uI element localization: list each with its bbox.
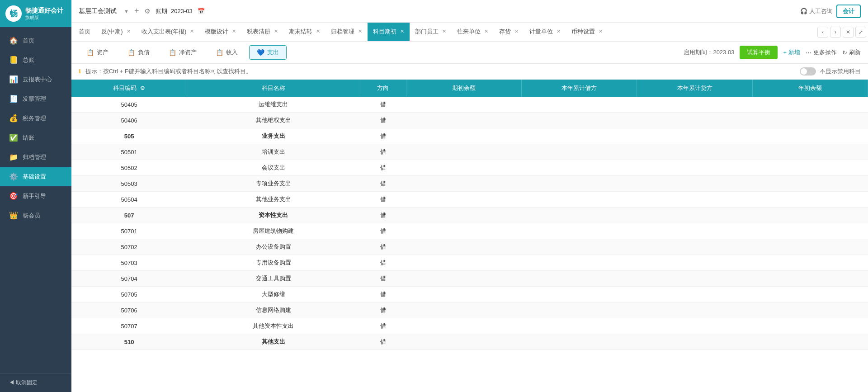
tab-dept-staff[interactable]: 部门员工 ✕ [410, 23, 452, 41]
sidebar-item-home[interactable]: 🏠 首页 [0, 31, 71, 50]
table-row[interactable]: 505 业务支出 借 [71, 128, 868, 144]
sidebar-collapse-btn[interactable]: ◀ 取消固定 [0, 373, 71, 392]
cell-code: 50701 [71, 223, 187, 239]
refresh-btn[interactable]: ↻ 刷新 [842, 48, 861, 57]
settings-btn[interactable]: ⚙ [144, 7, 150, 15]
cell-balance [406, 192, 521, 208]
tab-annual-report[interactable]: 收入支出表(年报) ✕ [136, 23, 200, 41]
calendar-icon[interactable]: 📅 [198, 8, 205, 14]
tab-close-icon[interactable]: ✕ [127, 28, 131, 34]
sidebar-item-archive[interactable]: 📁 归档管理 [0, 147, 71, 167]
sidebar-item-reports[interactable]: 📊 云报表中心 [0, 70, 71, 89]
table-row[interactable]: 510 其他支出 借 [71, 334, 868, 350]
table-row[interactable]: 507 资本性支出 借 [71, 208, 868, 223]
tab-close-icon[interactable]: ✕ [190, 28, 194, 34]
cell-ytd-credit [637, 302, 752, 318]
cell-code: 50503 [71, 176, 187, 192]
account-period-label: 账期 2023-03 📅 [156, 7, 205, 15]
tab-label: 收入支出表(年报) [142, 28, 187, 36]
tab-mid-period[interactable]: 反(中期) ✕ [96, 23, 136, 41]
sub-tab-expense[interactable]: 💙 支出 [249, 45, 287, 60]
tab-close-icon[interactable]: ✕ [442, 28, 446, 34]
cell-code: 50405 [71, 97, 187, 113]
tab-period-end[interactable]: 期末结转 ✕ [283, 23, 326, 41]
kuaiji-btn[interactable]: 会计 [836, 5, 861, 18]
sidebar-item-settings[interactable]: ⚙️ 基础设置 [0, 167, 71, 186]
sidebar-item-guide[interactable]: 🎯 新手引导 [0, 186, 71, 206]
workspace-dropdown-icon[interactable]: ▼ [124, 9, 129, 14]
table-row[interactable]: 50704 交通工具购置 借 [71, 271, 868, 287]
tab-tax-table[interactable]: 税表清册 ✕ [241, 23, 283, 41]
table-row[interactable]: 50707 其他资本性支出 借 [71, 318, 868, 334]
col-header-name: 科目名称 [187, 80, 360, 97]
cell-year-balance [752, 208, 868, 223]
more-actions-btn[interactable]: ⋯ 更多操作 [806, 48, 837, 57]
tab-close-icon[interactable]: ✕ [484, 28, 488, 34]
sidebar-item-invoice[interactable]: 🧾 发票管理 [0, 89, 71, 109]
table-row[interactable]: 50703 专用设备购置 借 [71, 255, 868, 271]
table-row[interactable]: 50503 专项业务支出 借 [71, 176, 868, 192]
tab-next-btn[interactable]: › [830, 27, 841, 38]
sidebar-item-ledger[interactable]: 📒 总账 [0, 50, 71, 70]
sub-tab-liability[interactable]: 📋 负债 [120, 45, 157, 60]
table-row[interactable]: 50705 大型修缮 借 [71, 287, 868, 302]
cell-ytd-debit [522, 287, 637, 302]
tab-archive[interactable]: 归档管理 ✕ [326, 23, 368, 41]
tab-close-icon[interactable]: ✕ [274, 28, 278, 34]
tab-label: 往来单位 [457, 28, 481, 36]
tab-close-icon[interactable]: ✕ [400, 28, 404, 34]
logo-icon: 畅 [5, 5, 22, 22]
sub-tab-asset[interactable]: 📋 资产 [79, 45, 116, 60]
table-row[interactable]: 50405 运维维支出 借 [71, 97, 868, 113]
add-btn[interactable]: + 新增 [783, 48, 800, 57]
cell-ytd-credit [637, 334, 752, 350]
tab-measure-unit[interactable]: 计量单位 ✕ [524, 23, 566, 41]
tab-close-icon[interactable]: ✕ [599, 28, 603, 34]
sidebar-item-tax[interactable]: 💰 税务管理 [0, 109, 71, 128]
col-settings-icon[interactable]: ⚙ [140, 85, 145, 91]
table-row[interactable]: 50406 其他维权支出 借 [71, 113, 868, 128]
toggle-disabled-switch[interactable] [800, 67, 816, 76]
tab-close-all-btn[interactable]: ✕ [843, 27, 854, 38]
tab-subject-initial[interactable]: 科目期初 ✕ [368, 23, 410, 41]
calc-balance-btn[interactable]: 试算平衡 [740, 46, 778, 59]
sidebar-item-settlement[interactable]: ✅ 结账 [0, 128, 71, 147]
tab-prev-btn[interactable]: ‹ [817, 27, 828, 38]
customer-service-btn[interactable]: 🎧 人工咨询 [800, 7, 833, 15]
tab-related-units[interactable]: 往来单位 ✕ [452, 23, 494, 41]
net-asset-icon: 📋 [169, 49, 176, 56]
cell-name: 培训支出 [187, 144, 360, 160]
sub-tab-income[interactable]: 📋 收入 [208, 45, 245, 60]
tab-home[interactable]: 首页 [73, 23, 96, 41]
cell-year-balance [752, 160, 868, 176]
cell-balance [406, 223, 521, 239]
cell-code: 50706 [71, 302, 187, 318]
tab-close-icon[interactable]: ✕ [557, 28, 561, 34]
table-row[interactable]: 50504 其他业务支出 借 [71, 192, 868, 208]
table-row[interactable]: 50501 培训支出 借 [71, 144, 868, 160]
add-workspace-btn[interactable]: + [134, 6, 139, 16]
tab-template[interactable]: 模版设计 ✕ [199, 23, 241, 41]
cell-ytd-credit [637, 318, 752, 334]
tab-close-icon[interactable]: ✕ [232, 28, 236, 34]
home-icon: 🏠 [9, 36, 18, 45]
tab-currency[interactable]: 币种设置 ✕ [566, 23, 608, 41]
tab-close-icon[interactable]: ✕ [316, 28, 320, 34]
sidebar-item-member[interactable]: 👑 畅会员 [0, 206, 71, 225]
cell-ytd-debit [522, 223, 637, 239]
tab-inventory[interactable]: 存货 ✕ [494, 23, 524, 41]
tab-close-icon[interactable]: ✕ [514, 28, 519, 34]
tab-close-icon[interactable]: ✕ [358, 28, 362, 34]
table-row[interactable]: 50502 会议支出 借 [71, 160, 868, 176]
cell-dir: 借 [360, 192, 406, 208]
tab-expand-btn[interactable]: ⤢ [855, 27, 866, 38]
table-row[interactable]: 50706 信息网络购建 借 [71, 302, 868, 318]
add-icon: + [783, 49, 787, 56]
cell-name: 信息网络购建 [187, 302, 360, 318]
table-row[interactable]: 50701 房屋建筑物购建 借 [71, 223, 868, 239]
table-row[interactable]: 50702 办公设备购置 借 [71, 239, 868, 255]
tab-label: 税表清册 [247, 28, 270, 36]
customer-service-label: 人工咨询 [809, 7, 833, 15]
cell-year-balance [752, 239, 868, 255]
sub-tab-net-asset[interactable]: 📋 净资产 [161, 45, 204, 60]
